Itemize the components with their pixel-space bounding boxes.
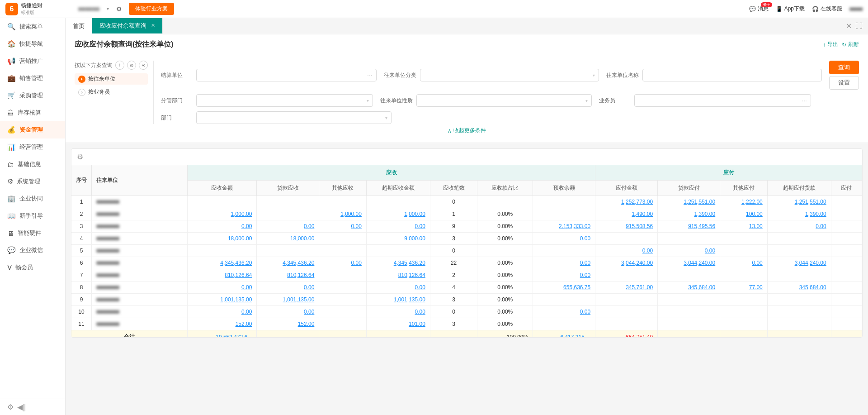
cell-ap_amount[interactable]: 1,252,773.00 (595, 196, 658, 208)
sidebar-item-wechat[interactable]: 💬 企业微信 (0, 242, 65, 259)
cell-ar_overdue[interactable]: 4,345,436.20 (366, 257, 430, 269)
table-settings-icon[interactable]: ⚙ (77, 153, 83, 161)
cell-ap_loan[interactable]: 0.00 (658, 245, 720, 257)
cell-ar_loan[interactable]: 0.00 (257, 220, 319, 233)
cell-ap_other[interactable]: 0.00 (720, 257, 768, 269)
sidebar-item-search[interactable]: 🔍 搜索菜单 (0, 18, 65, 35)
settlement-input[interactable]: ··· (196, 69, 377, 81)
cell-prepaid[interactable]: 2,153,333.00 (533, 220, 595, 233)
export-button[interactable]: ↑ 导出 (823, 41, 838, 48)
cell-ar_amount[interactable]: 0.00 (188, 281, 257, 294)
schema-item-by-employee[interactable]: ○ 按业务员 (75, 86, 148, 98)
cell-ar_overdue[interactable]: 0.00 (366, 220, 430, 233)
cell-ar_overdue[interactable]: 0.00 (366, 306, 430, 318)
sidebar-item-inventory[interactable]: 🏛 库存核算 (0, 104, 65, 121)
online-service-button[interactable]: 🎧 在线客服 (812, 5, 842, 13)
cell-ar_amount[interactable]: 0.00 (188, 220, 257, 233)
cell-ap_loan[interactable]: 345,684.00 (658, 281, 720, 294)
footer-ap-amount[interactable]: -654,751.40 (595, 330, 658, 338)
cell-ap_other[interactable]: 100.00 (720, 208, 768, 220)
cell-ap_loan[interactable]: 1,390.00 (658, 208, 720, 220)
refresh-button[interactable]: ↻ 刷新 (842, 41, 859, 48)
sidebar-item-finance[interactable]: 💰 资金管理 (0, 121, 65, 138)
schema-item-by-partner[interactable]: ✦ 按往来单位 (75, 73, 148, 85)
nav-dropdown-icon[interactable]: ▾ (107, 6, 109, 11)
cell-ap_overdue[interactable]: 1,251,551.00 (767, 196, 831, 208)
sidebar-item-sales[interactable]: 💼 销售管理 (0, 70, 65, 87)
partner-name-input[interactable] (642, 69, 822, 81)
cell-prepaid[interactable]: 0.00 (533, 306, 595, 318)
cell-ap_other[interactable]: 1,222.00 (720, 196, 768, 208)
cell-ar_loan[interactable]: 4,345,436.20 (257, 257, 319, 269)
cell-ar_loan[interactable]: 0.00 (257, 306, 319, 318)
cell-ap_loan[interactable]: 1,251,551.00 (658, 196, 720, 208)
cell-ar_loan[interactable]: 18,000.00 (257, 233, 319, 245)
cell-ar_other[interactable]: 0.00 (319, 220, 367, 233)
tab-ar-query[interactable]: 应收应付余额查询 ✕ (92, 18, 163, 34)
cell-ap_amount[interactable]: 0.00 (595, 245, 658, 257)
cell-ar_loan[interactable]: 1,001,135.00 (257, 294, 319, 306)
partner-cat-input[interactable]: ▾ (420, 69, 599, 81)
sidebar-item-operations[interactable]: 📊 经营管理 (0, 138, 65, 156)
cell-prepaid[interactable]: 655,636.75 (533, 281, 595, 294)
partner-nature-input[interactable]: ▾ (416, 94, 592, 107)
cell-ar_loan[interactable]: 0.00 (257, 281, 319, 294)
query-button[interactable]: 查询 (829, 61, 859, 74)
dept-mgr-input[interactable]: ▾ (196, 94, 373, 107)
messages-button[interactable]: 💬 消息 99+ (749, 5, 769, 13)
cell-ar_loan[interactable]: 152.00 (257, 318, 319, 330)
dept-input[interactable]: ▾ (196, 111, 392, 124)
collapse-bar[interactable]: ∧ 收起更多条件 (75, 124, 859, 137)
settings-button[interactable]: 设置 (829, 76, 859, 90)
cell-ap_amount[interactable]: 345,761.00 (595, 281, 658, 294)
cell-ar_other[interactable]: 0.00 (319, 257, 367, 269)
cell-ar_amount[interactable]: 1,001,135.00 (188, 294, 257, 306)
cell-ap_overdue[interactable]: 1,390.00 (767, 208, 831, 220)
cell-ap_amount[interactable]: 1,490.00 (595, 208, 658, 220)
tab-close-icon[interactable]: ✕ (151, 23, 155, 29)
cell-prepaid[interactable]: 0.00 (533, 233, 595, 245)
sidebar-item-system[interactable]: ⚙ 系统管理 (0, 173, 65, 190)
cell-ap_loan[interactable]: 3,044,240.00 (658, 257, 720, 269)
app-download-button[interactable]: 📱 App下载 (776, 5, 805, 13)
sidebar-item-marketing[interactable]: 📢 营销推广 (0, 52, 65, 70)
cell-ap_amount[interactable]: 3,044,240.00 (595, 257, 658, 269)
schema-collapse-button[interactable]: « (139, 61, 148, 70)
cell-ap_other[interactable]: 13.00 (720, 220, 768, 233)
footer-prepaid[interactable]: 6,417,215.... (533, 330, 595, 338)
cell-ap_loan[interactable]: 915,495.56 (658, 220, 720, 233)
salesperson-input[interactable]: ··· (634, 94, 811, 107)
cell-ar_overdue[interactable]: 1,001,135.00 (366, 294, 430, 306)
cell-ap_overdue[interactable]: 3,044,240.00 (767, 257, 831, 269)
cell-ar_overdue[interactable]: 1,000.00 (366, 208, 430, 220)
cell-ar_amount[interactable]: 4,345,436.20 (188, 257, 257, 269)
cell-ar_amount[interactable]: 1,000.00 (188, 208, 257, 220)
cell-ar_overdue[interactable]: 9,000.00 (366, 233, 430, 245)
cell-ap_amount[interactable]: 915,508.56 (595, 220, 658, 233)
schema-add-button[interactable]: + (115, 61, 124, 70)
tab-maximize-icon[interactable]: ⛶ (855, 22, 863, 30)
sidebar-item-vip[interactable]: Ⅴ 畅会员 (0, 259, 65, 276)
cell-prepaid[interactable]: 0.00 (533, 257, 595, 269)
cell-ar_overdue[interactable]: 0.00 (366, 281, 430, 294)
cell-ar_amount[interactable]: 810,126.64 (188, 269, 257, 281)
cell-ap_overdue[interactable]: 0.00 (767, 220, 831, 233)
settings-bottom-icon[interactable]: ⚙ (7, 403, 14, 411)
solution-button[interactable]: 体验行业方案 (129, 3, 174, 15)
footer-ar-amount[interactable]: 19,553,472,6... (188, 330, 257, 338)
sidebar-item-enterprise[interactable]: 🏢 企业协同 (0, 190, 65, 207)
cell-ar_overdue[interactable]: 101.00 (366, 318, 430, 330)
cell-ar_amount[interactable]: 0.00 (188, 306, 257, 318)
collapse-icon[interactable]: ◀‖ (17, 403, 26, 411)
sidebar-item-hardware[interactable]: 🖥 智能硬件 (0, 224, 65, 242)
cell-ar_loan[interactable]: 810,126.64 (257, 269, 319, 281)
tab-close-window-icon[interactable]: ✕ (846, 22, 852, 30)
settings-gear-icon[interactable]: ⚙ (113, 3, 125, 15)
cell-prepaid[interactable]: 0.00 (533, 269, 595, 281)
cell-ap_other[interactable]: 77.00 (720, 281, 768, 294)
sidebar-item-guide[interactable]: 📖 新手引导 (0, 207, 65, 224)
schema-edit-button[interactable]: ⊙ (127, 61, 136, 70)
cell-ar_overdue[interactable]: 810,126.64 (366, 269, 430, 281)
user-account[interactable]: ■■■■ (849, 6, 863, 12)
sidebar-item-purchase[interactable]: 🛒 采购管理 (0, 87, 65, 104)
